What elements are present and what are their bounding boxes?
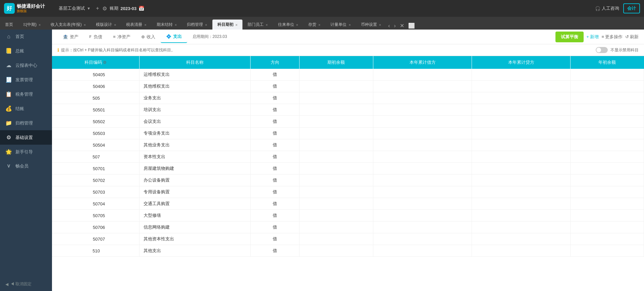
settings-icon[interactable]: ⚙ xyxy=(102,5,107,12)
tab-expand[interactable]: ⬜ xyxy=(406,22,417,29)
cell-ytd-debit xyxy=(373,151,472,163)
more-btn[interactable]: ≡ 更多操作 xyxy=(601,34,623,40)
archive-icon: 📁 xyxy=(5,120,12,126)
cell-name: 业务支出 xyxy=(139,92,250,104)
tab-home-label: 首页 xyxy=(5,22,13,28)
sidebar-item-tax[interactable]: 📋 税务管理 xyxy=(0,87,52,101)
tab-unit[interactable]: 计量单位 × xyxy=(325,19,356,30)
table-row[interactable]: 50501培训支出借 xyxy=(52,104,644,116)
more-label: 更多操作 xyxy=(605,34,623,40)
account-btn[interactable]: 会计 xyxy=(623,3,640,13)
tab-income-annual[interactable]: 收入支出表(年报) × xyxy=(46,19,91,30)
tab-period-end-close[interactable]: × xyxy=(175,23,177,27)
table-row[interactable]: 50701房屋建筑物购建借 xyxy=(52,163,644,175)
table-row[interactable]: 50707其他资本性支出借 xyxy=(52,233,644,245)
cell-ytd-debit xyxy=(373,81,472,92)
col-year-opening: 年初余额 xyxy=(571,56,644,69)
tab-archive-close[interactable]: × xyxy=(205,23,207,27)
table-row[interactable]: 50504其他业务支出借 xyxy=(52,139,644,151)
sidebar-item-invoice[interactable]: 🧾 发票管理 xyxy=(0,72,52,87)
tab-tax-clear[interactable]: 税表清册 × xyxy=(121,19,151,30)
tab-income-annual-close[interactable]: × xyxy=(84,23,86,27)
sidebar-item-cloud-report[interactable]: ☁ 云报表中心 xyxy=(0,58,52,72)
tab-currency-close[interactable]: × xyxy=(379,23,381,27)
tab-nav-next[interactable]: › xyxy=(392,23,398,29)
table-row[interactable]: 50702办公设备购置借 xyxy=(52,175,644,186)
tab-counterpart-close[interactable]: × xyxy=(296,23,298,27)
tab-period-end[interactable]: 期末结转 × xyxy=(152,19,182,30)
sidebar-collapse-btn[interactable]: ◀ ◀ 取消固定 xyxy=(0,277,52,291)
cell-name: 会议支出 xyxy=(139,116,250,128)
sidebar: ⌂ 首页 📒 总账 ☁ 云报表中心 🧾 发票管理 📋 税务管理 💰 结账 📁 归… xyxy=(0,30,52,291)
disable-toggle[interactable] xyxy=(596,47,608,53)
tab-interim-close[interactable]: × xyxy=(39,23,41,27)
subtab-equity[interactable]: ≡ 净资产 xyxy=(108,31,136,43)
calendar-icon[interactable]: 📅 xyxy=(139,6,144,11)
top-bar: 好 畅捷通好会计 旗舰版 基层工会测试 ▼ + ⚙ 账期 2023-03 📅 🎧… xyxy=(0,0,644,17)
cell-ytd-credit xyxy=(472,163,571,175)
tab-home[interactable]: 首页 xyxy=(0,19,18,30)
table-row[interactable]: 507资本性支出借 xyxy=(52,151,644,163)
cell-code: 510 xyxy=(52,245,139,257)
subtab-expense[interactable]: 💠 支出 xyxy=(161,31,187,43)
table-row[interactable]: 50703专用设备购置借 xyxy=(52,186,644,198)
table-row[interactable]: 50405运维维权支出借 xyxy=(52,69,644,81)
tab-nav-prev[interactable]: ‹ xyxy=(386,23,392,29)
tab-unit-close[interactable]: × xyxy=(348,23,351,27)
cell-year-opening xyxy=(571,116,644,128)
tab-template[interactable]: 模版设计 × xyxy=(91,19,121,30)
table-row[interactable]: 505业务支出借 xyxy=(52,92,644,104)
tab-tax-clear-close[interactable]: × xyxy=(144,23,146,27)
cell-year-opening xyxy=(571,186,644,198)
table-row[interactable]: 50502会议支出借 xyxy=(52,116,644,128)
sidebar-item-archive-mgmt[interactable]: 📁 归档管理 xyxy=(0,116,52,130)
table-row[interactable]: 50705大型修缮借 xyxy=(52,210,644,222)
cell-direction: 借 xyxy=(251,210,300,222)
tab-subject-init[interactable]: 科目期初 × xyxy=(212,19,243,30)
sidebar-item-basic-settings[interactable]: ⚙ 基础设置 xyxy=(0,130,52,145)
tab-archive[interactable]: 归档管理 × xyxy=(182,19,212,30)
cell-ytd-credit xyxy=(472,245,571,257)
content-area: 🏦 资产 𝗙 负债 ≡ 净资产 ⊕ 收入 💠 支出 启用期间：2023.03 试… xyxy=(52,30,644,291)
tab-template-close[interactable]: × xyxy=(114,23,116,27)
table-row[interactable]: 50503专项业务支出借 xyxy=(52,128,644,139)
sidebar-item-member[interactable]: V 畅会员 xyxy=(0,159,52,173)
add-btn[interactable]: + 新增 xyxy=(586,34,599,40)
tab-interim[interactable]: 𝙴(中期) × xyxy=(18,19,46,30)
tab-dept-staff[interactable]: 部门员工 × xyxy=(243,19,273,30)
col-code-settings-icon[interactable]: ⚙ xyxy=(103,60,107,65)
sidebar-item-tax-label: 税务管理 xyxy=(15,91,33,97)
subtab-income[interactable]: ⊕ 收入 xyxy=(136,31,161,43)
sidebar-item-settlement[interactable]: 💰 结账 xyxy=(0,101,52,116)
cell-year-opening xyxy=(571,139,644,151)
table-container[interactable]: 科目编码 ⚙ 科目名称 方向 期初余额 本年累计借方 本年累计贷方 年初余额 5… xyxy=(52,56,644,291)
company-selector[interactable]: 基层工会测试 ▼ xyxy=(59,5,91,11)
sidebar-item-home[interactable]: ⌂ 首页 xyxy=(0,30,52,44)
tab-subject-init-close[interactable]: × xyxy=(235,23,237,27)
cell-direction: 借 xyxy=(251,104,300,116)
table-row[interactable]: 50406其他维权支出借 xyxy=(52,81,644,92)
tab-currency[interactable]: 币种设置 × xyxy=(356,19,386,30)
settings-sidebar-icon: ⚙ xyxy=(5,134,12,141)
subtab-asset[interactable]: 🏦 资产 xyxy=(57,31,84,43)
collapse-label: ◀ 取消固定 xyxy=(10,281,32,287)
cell-direction: 借 xyxy=(251,151,300,163)
tab-inventory[interactable]: 存货 × xyxy=(303,19,325,30)
cell-direction: 借 xyxy=(251,186,300,198)
subtab-liability[interactable]: 𝗙 负债 xyxy=(84,31,108,43)
sidebar-item-ledger[interactable]: 📒 总账 xyxy=(0,44,52,58)
tab-counterpart[interactable]: 往来单位 × xyxy=(273,19,303,30)
refresh-btn[interactable]: ↺ 刷新 xyxy=(625,34,639,40)
add-company-btn[interactable]: + xyxy=(96,5,99,11)
table-row[interactable]: 510其他支出借 xyxy=(52,245,644,257)
table-row[interactable]: 50706信息网络购建借 xyxy=(52,222,644,233)
balance-btn[interactable]: 试算平衡 xyxy=(555,32,584,42)
cell-code: 507 xyxy=(52,151,139,163)
help-btn[interactable]: 🎧 人工咨询 xyxy=(595,5,619,11)
tab-inventory-close[interactable]: × xyxy=(318,23,320,27)
table-row[interactable]: 50704交通工具购置借 xyxy=(52,198,644,210)
tab-close-all[interactable]: ✕ xyxy=(398,22,406,29)
tab-dept-staff-close[interactable]: × xyxy=(266,23,268,27)
cell-name: 大型修缮 xyxy=(139,210,250,222)
sidebar-item-guide[interactable]: 🌟 新手引导 xyxy=(0,145,52,159)
